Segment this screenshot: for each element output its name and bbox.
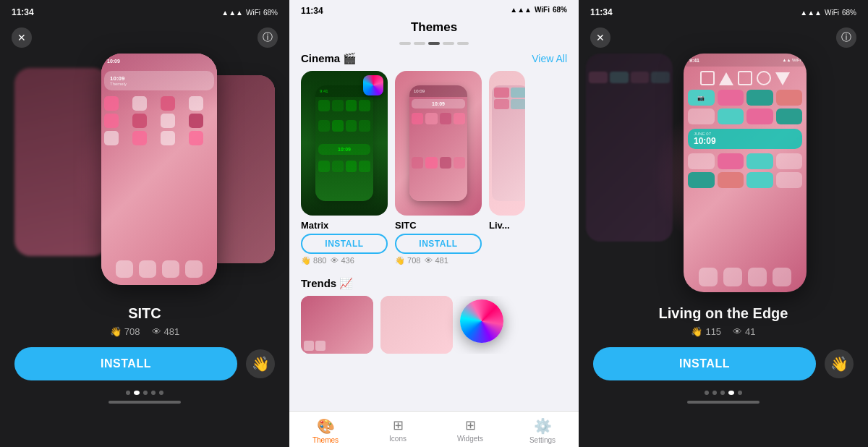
right-phone-mockup-area: 9:41 ▲▲ WiFi 📷 bbox=[579, 54, 868, 299]
sitc-views: 👁 481 bbox=[425, 256, 448, 265]
colorful-icon bbox=[363, 75, 383, 95]
themes-tab-label: Themes bbox=[312, 436, 339, 444]
themes-tab-icon: 🎨 bbox=[317, 417, 335, 435]
right-dot-4[interactable] bbox=[728, 391, 734, 395]
right-main-phone: 9:41 ▲▲ WiFi 📷 bbox=[684, 54, 807, 292]
right-status-time: 11:34 bbox=[590, 7, 613, 17]
middle-status-bar: 11:34 ▲▲▲ WiFi 68% bbox=[289, 0, 579, 19]
left-status-time: 11:34 bbox=[12, 7, 34, 17]
left-status-icons: ▲▲▲ WiFi 68% bbox=[221, 9, 278, 17]
cinema-section-header: Cinema 🎬 View All bbox=[289, 49, 579, 71]
sitc-card-name: SITC bbox=[395, 220, 482, 231]
right-wifi: WiFi bbox=[825, 9, 839, 17]
right-install-button[interactable]: INSTALL bbox=[593, 347, 816, 380]
dot-2[interactable] bbox=[134, 391, 140, 395]
pill-2 bbox=[414, 42, 425, 45]
right-theme-stats: 👋 115 👁 41 bbox=[579, 326, 868, 337]
matrix-card-name: Matrix bbox=[301, 220, 388, 231]
themes-row: 9:41 10:09 bbox=[289, 71, 579, 274]
pill-1 bbox=[399, 42, 411, 45]
settings-tab-icon: ⚙️ bbox=[534, 417, 552, 435]
right-bg-phone bbox=[586, 54, 673, 242]
tab-bar: 🎨 Themes ⊞ Icons ⊞ Widgets ⚙️ Settings bbox=[289, 411, 579, 447]
left-page-dots bbox=[0, 388, 289, 401]
right-likes: 👋 115 bbox=[691, 326, 721, 337]
right-dot-3[interactable] bbox=[720, 391, 725, 395]
icons-tab-label: Icons bbox=[389, 435, 407, 443]
middle-wifi: WiFi bbox=[535, 6, 550, 16]
right-dot-1[interactable] bbox=[705, 391, 709, 395]
page-title: Themes bbox=[289, 19, 579, 41]
left-likes-count: 708 bbox=[124, 326, 140, 337]
wifi-icon: WiFi bbox=[246, 9, 260, 17]
gem-icon-container bbox=[460, 299, 511, 350]
matrix-views: 👁 436 bbox=[331, 256, 354, 265]
left-theme-name: SITC bbox=[0, 305, 289, 322]
matrix-stats: 👋 880 👁 436 bbox=[301, 256, 388, 265]
left-likes: 👋 708 bbox=[110, 326, 140, 337]
dot-4[interactable] bbox=[151, 391, 156, 395]
right-install-row: INSTALL 👋 bbox=[579, 340, 868, 388]
sitc-stats: 👋 708 👁 481 bbox=[395, 256, 482, 265]
close-button[interactable]: ✕ bbox=[12, 27, 32, 48]
right-like-icon: 👋 bbox=[691, 326, 702, 337]
matrix-likes: 👋 880 bbox=[301, 256, 326, 265]
right-top-bar: ✕ ⓘ bbox=[579, 22, 868, 54]
right-signal: ▲▲▲ bbox=[800, 9, 822, 17]
settings-tab-label: Settings bbox=[529, 436, 556, 444]
info-button[interactable]: ⓘ bbox=[258, 27, 278, 48]
left-install-button[interactable]: INSTALL bbox=[14, 347, 237, 380]
middle-status-time: 11:34 bbox=[301, 6, 323, 16]
tab-settings[interactable]: ⚙️ Settings bbox=[506, 417, 579, 444]
right-dot-5[interactable] bbox=[738, 391, 742, 395]
sitc-card-image: 10:09 10:09 bbox=[395, 71, 482, 216]
left-theme-stats: 👋 708 👁 481 bbox=[0, 326, 289, 337]
left-views-count: 481 bbox=[164, 326, 180, 337]
middle-panel: 11:34 ▲▲▲ WiFi 68% Themes Cinema 🎬 View … bbox=[289, 0, 579, 447]
widgets-tab-icon: ⊞ bbox=[465, 417, 476, 433]
right-views-count: 41 bbox=[745, 326, 755, 337]
right-view-icon: 👁 bbox=[733, 326, 742, 337]
left-theme-info: SITC 👋 708 👁 481 bbox=[0, 299, 289, 340]
right-likes-count: 115 bbox=[705, 326, 721, 337]
right-status-bar: 11:34 ▲▲▲ WiFi 68% bbox=[579, 0, 868, 22]
left-wave-button[interactable]: 👋 bbox=[246, 349, 275, 378]
trends-section: Trends 📈 bbox=[289, 274, 579, 359]
right-info-button[interactable]: ⓘ bbox=[836, 27, 856, 48]
living-card-name: Liv... bbox=[489, 220, 525, 231]
tab-icons[interactable]: ⊞ Icons bbox=[362, 417, 434, 444]
sitc-install-button[interactable]: INSTALL bbox=[395, 234, 482, 254]
tab-themes[interactable]: 🎨 Themes bbox=[289, 417, 362, 444]
gem-icon bbox=[460, 299, 503, 343]
left-views: 👁 481 bbox=[152, 326, 180, 337]
tab-widgets[interactable]: ⊞ Widgets bbox=[434, 417, 506, 444]
dot-5[interactable] bbox=[159, 391, 163, 395]
right-theme-name: Living on the Edge bbox=[579, 305, 868, 322]
dot-1[interactable] bbox=[126, 391, 130, 395]
trend-card-1 bbox=[301, 296, 373, 354]
matrix-card-image: 9:41 10:09 bbox=[301, 71, 388, 216]
left-top-bar: ✕ ⓘ bbox=[0, 22, 289, 54]
sitc-phone-mock: 10:09 10:09 bbox=[409, 85, 467, 201]
like-icon: 👋 bbox=[110, 326, 122, 337]
living-card-image bbox=[489, 71, 525, 216]
trends-title: Trends 📈 bbox=[301, 277, 567, 290]
right-panel: 11:34 ▲▲▲ WiFi 68% ✕ ⓘ 9:41 bbox=[579, 0, 868, 447]
right-wave-button[interactable]: 👋 bbox=[825, 349, 854, 378]
matrix-install-button[interactable]: INSTALL bbox=[301, 234, 388, 254]
sitc-likes: 👋 708 bbox=[395, 256, 420, 265]
pill-3 bbox=[428, 42, 440, 45]
left-home-indicator bbox=[109, 401, 181, 404]
cinema-view-all[interactable]: View All bbox=[532, 53, 567, 64]
right-dot-2[interactable] bbox=[712, 391, 717, 395]
scroll-pills bbox=[289, 41, 579, 49]
right-views: 👁 41 bbox=[733, 326, 755, 337]
right-battery: 68% bbox=[842, 9, 856, 17]
right-close-button[interactable]: ✕ bbox=[590, 27, 610, 48]
dot-3[interactable] bbox=[143, 391, 148, 395]
right-theme-info: Living on the Edge 👋 115 👁 41 bbox=[579, 299, 868, 340]
matrix-card: 9:41 10:09 bbox=[301, 71, 388, 265]
middle-signal: ▲▲▲ bbox=[510, 6, 532, 16]
left-panel: 11:34 ▲▲▲ WiFi 68% ✕ ⓘ 10:09 bbox=[0, 0, 289, 447]
signal-icon: ▲▲▲ bbox=[221, 9, 243, 17]
